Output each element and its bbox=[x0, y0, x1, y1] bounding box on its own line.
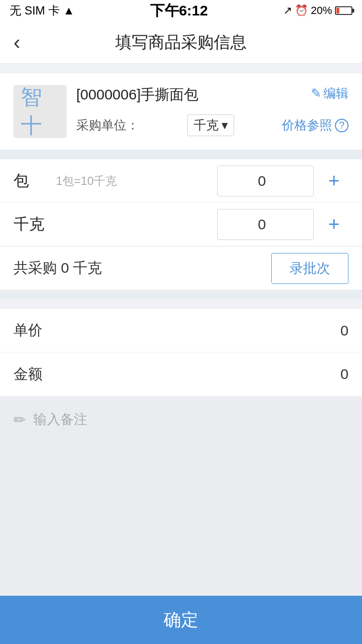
product-info: [0000006]手撕面包 ✎ 编辑 采购单位： 千克 ▾ 价格参照 ? bbox=[76, 85, 348, 136]
kg-quantity-row: 千克 + bbox=[0, 203, 362, 246]
location-icon: ↗ bbox=[283, 4, 292, 17]
info-section: 单价 0 金额 0 bbox=[0, 309, 362, 396]
status-left: 无 SIM 卡 ▲ bbox=[10, 3, 74, 18]
battery-indicator bbox=[335, 6, 352, 15]
status-bar: 无 SIM 卡 ▲ 下午6:12 ↗ ⏰ 20% bbox=[0, 0, 362, 21]
battery-percentage: 20% bbox=[311, 4, 332, 17]
unit-value: 千克 bbox=[194, 117, 219, 134]
product-unit-row: 采购单位： 千克 ▾ 价格参照 ? bbox=[76, 114, 348, 136]
unit-label: 采购单位： bbox=[76, 117, 139, 134]
nav-bar: ‹ 填写商品采购信息 bbox=[0, 21, 362, 64]
product-header: [0000006]手撕面包 ✎ 编辑 bbox=[76, 85, 348, 105]
price-ref-help-icon: ? bbox=[335, 119, 348, 132]
quantity-section: 包 1包=10千克 + 千克 + bbox=[0, 159, 362, 246]
amount-row: 金额 0 bbox=[0, 352, 362, 396]
unit-price-row: 单价 0 bbox=[0, 309, 362, 352]
unit-price-value: 0 bbox=[340, 322, 348, 339]
bao-plus-button[interactable]: + bbox=[320, 166, 348, 196]
record-batch-button[interactable]: 录批次 bbox=[271, 253, 348, 284]
page-title: 填写商品采购信息 bbox=[115, 31, 247, 54]
section-divider-2 bbox=[0, 290, 362, 299]
bao-input[interactable] bbox=[217, 166, 314, 196]
product-name: [0000006]手撕面包 bbox=[76, 85, 198, 105]
remark-section[interactable]: ✏ 输入备注 bbox=[0, 397, 362, 442]
unit-select[interactable]: 千克 ▾ bbox=[187, 114, 234, 136]
amount-value: 0 bbox=[340, 366, 348, 382]
alarm-icon: ⏰ bbox=[295, 4, 308, 17]
confirm-label: 确定 bbox=[164, 608, 198, 632]
page-spacer bbox=[0, 442, 362, 596]
edit-button[interactable]: ✎ 编辑 bbox=[311, 85, 348, 102]
bao-label: 包 bbox=[14, 170, 52, 192]
remark-placeholder: 输入备注 bbox=[33, 410, 87, 429]
summary-row: 共采购 0 千克 录批次 bbox=[0, 246, 362, 290]
back-button[interactable]: ‹ bbox=[14, 32, 20, 53]
bao-input-wrap: + bbox=[217, 166, 348, 196]
price-ref-button[interactable]: 价格参照 ? bbox=[282, 117, 348, 134]
confirm-button[interactable]: 确定 bbox=[0, 596, 362, 644]
sim-status: 无 SIM 卡 ▲ bbox=[10, 3, 74, 18]
product-card: 智十 [0000006]手撕面包 ✎ 编辑 采购单位： 千克 ▾ 价格参照 ? bbox=[0, 73, 362, 150]
status-time: 下午6:12 bbox=[150, 1, 208, 21]
product-logo: 智十 bbox=[21, 83, 59, 140]
kg-label: 千克 bbox=[14, 214, 52, 235]
edit-label: 编辑 bbox=[323, 85, 348, 102]
summary-text: 共采购 0 千克 bbox=[14, 258, 102, 278]
kg-input[interactable] bbox=[217, 209, 314, 240]
unit-price-label: 单价 bbox=[14, 321, 42, 340]
product-image: 智十 bbox=[14, 85, 67, 138]
section-divider-1 bbox=[0, 150, 362, 159]
edit-icon: ✎ bbox=[311, 86, 321, 101]
bao-sub-label: 1包=10千克 bbox=[56, 173, 117, 189]
record-batch-label: 录批次 bbox=[290, 259, 330, 278]
pencil-icon: ✏ bbox=[14, 411, 26, 428]
status-right: ↗ ⏰ 20% bbox=[283, 4, 352, 17]
price-ref-label: 价格参照 bbox=[282, 117, 332, 134]
kg-input-wrap: + bbox=[217, 209, 348, 240]
kg-plus-button[interactable]: + bbox=[320, 209, 348, 240]
amount-label: 金额 bbox=[14, 364, 42, 384]
unit-dropdown-icon: ▾ bbox=[222, 118, 228, 133]
bao-quantity-row: 包 1包=10千克 + bbox=[0, 159, 362, 203]
